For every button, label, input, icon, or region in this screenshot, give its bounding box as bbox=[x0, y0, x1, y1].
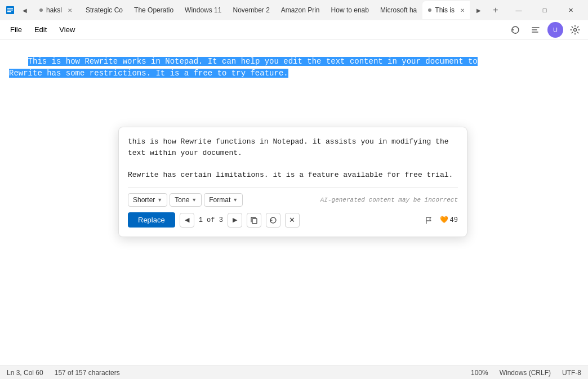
zoom-level: 100% bbox=[471, 369, 488, 377]
menubar-actions: U bbox=[507, 22, 583, 38]
tabs-container: haksl ✕ Strategic Co The Operatio Window… bbox=[34, 1, 470, 19]
format-dropdown[interactable]: Format ▼ bbox=[204, 193, 243, 207]
selected-text: This is how Rewrite works in Notepad. It… bbox=[9, 57, 478, 78]
new-tab-button[interactable]: + bbox=[488, 2, 504, 18]
statusbar-right: 100% Windows (CRLF) UTF-8 bbox=[471, 369, 581, 377]
editor-text: This is how Rewrite works in Notepad. It… bbox=[9, 44, 579, 91]
tab-close-thisis[interactable]: ✕ bbox=[458, 6, 467, 15]
tab-november[interactable]: November 2 bbox=[227, 1, 275, 19]
tab-howtoenab[interactable]: How to enab bbox=[326, 1, 375, 19]
tab-strategic[interactable]: Strategic Co bbox=[80, 1, 128, 19]
settings-button[interactable] bbox=[567, 22, 583, 38]
window-controls: — □ ✕ bbox=[506, 1, 583, 19]
tab-active-modified-dot bbox=[428, 8, 431, 12]
menubar: File Edit View U bbox=[0, 20, 588, 39]
expand-icon-btn[interactable] bbox=[527, 22, 544, 38]
tab-windows11[interactable]: Windows 11 bbox=[179, 1, 227, 19]
rewrite-popup: this is how Rewrite functions in Notepad… bbox=[118, 127, 467, 237]
emoji-icon: 🧡 bbox=[440, 216, 448, 224]
tab-scroll-back[interactable]: ◀ bbox=[18, 3, 32, 17]
shorter-dropdown[interactable]: Shorter ▼ bbox=[128, 193, 167, 207]
encoding: UTF-8 bbox=[562, 369, 581, 377]
regenerate-button[interactable] bbox=[266, 213, 280, 228]
tab-amazon[interactable]: Amazon Prin bbox=[275, 1, 326, 19]
menu-view[interactable]: View bbox=[54, 23, 81, 36]
rewrite-controls: Shorter ▼ Tone ▼ Format ▼ AI-generated c… bbox=[128, 193, 458, 207]
maximize-button[interactable]: □ bbox=[532, 1, 558, 19]
app-icon bbox=[5, 5, 16, 16]
line-ending: Windows (CRLF) bbox=[500, 369, 551, 377]
char-count: 157 of 157 characters bbox=[55, 369, 120, 377]
tab-close-haksl[interactable]: ✕ bbox=[65, 6, 74, 15]
menu-file[interactable]: File bbox=[5, 23, 28, 36]
tab-scroll-fwd[interactable]: ▶ bbox=[472, 3, 485, 17]
editor-area[interactable]: This is how Rewrite works in Notepad. It… bbox=[0, 39, 588, 365]
svg-rect-1 bbox=[7, 8, 13, 9]
shorter-chevron: ▼ bbox=[157, 197, 162, 203]
avatar[interactable]: U bbox=[547, 22, 563, 38]
suggestion-counter: 1 of 3 bbox=[199, 216, 223, 224]
tab-operatio[interactable]: The Operatio bbox=[128, 1, 179, 19]
next-suggestion-button[interactable]: ▶ bbox=[228, 213, 242, 228]
tone-dropdown[interactable]: Tone ▼ bbox=[170, 193, 202, 207]
flag-button[interactable] bbox=[422, 213, 436, 228]
svg-point-4 bbox=[574, 28, 577, 31]
rewrite-divider bbox=[128, 187, 458, 188]
format-chevron: ▼ bbox=[233, 197, 238, 203]
tone-chevron: ▼ bbox=[191, 197, 197, 203]
rewrite-right: 🧡 49 bbox=[422, 213, 458, 228]
rewrite-actions: Replace ◀ 1 of 3 ▶ ✕ bbox=[128, 212, 458, 228]
titlebar: ◀ haksl ✕ Strategic Co The Operatio Wind… bbox=[0, 0, 588, 20]
cursor-position: Ln 3, Col 60 bbox=[7, 369, 43, 377]
close-button[interactable]: ✕ bbox=[558, 1, 583, 19]
replace-button[interactable]: Replace bbox=[128, 212, 175, 228]
rewrite-icon-btn[interactable] bbox=[507, 22, 524, 38]
menu-edit[interactable]: Edit bbox=[29, 23, 52, 36]
ai-disclaimer: AI-generated content may be incorrect bbox=[320, 197, 458, 203]
prev-suggestion-button[interactable]: ◀ bbox=[180, 213, 194, 228]
svg-rect-3 bbox=[7, 11, 11, 12]
minimize-button[interactable]: — bbox=[506, 1, 532, 19]
copy-button[interactable] bbox=[247, 213, 261, 228]
tab-modified-dot bbox=[39, 8, 43, 12]
tab-thisis[interactable]: This is ✕ bbox=[422, 1, 470, 19]
tab-microsoft[interactable]: Microsoft ha bbox=[375, 1, 422, 19]
statusbar: Ln 3, Col 60 157 of 157 characters 100% … bbox=[0, 365, 588, 379]
svg-rect-2 bbox=[7, 10, 13, 11]
tab-haksl[interactable]: haksl ✕ bbox=[34, 1, 80, 19]
emoji-count: 🧡 49 bbox=[440, 216, 458, 224]
rewrite-content: this is how Rewrite functions in Notepad… bbox=[128, 136, 458, 180]
emoji-count-value: 49 bbox=[450, 216, 458, 224]
close-rewrite-button[interactable]: ✕ bbox=[285, 213, 300, 228]
svg-rect-5 bbox=[252, 219, 257, 224]
